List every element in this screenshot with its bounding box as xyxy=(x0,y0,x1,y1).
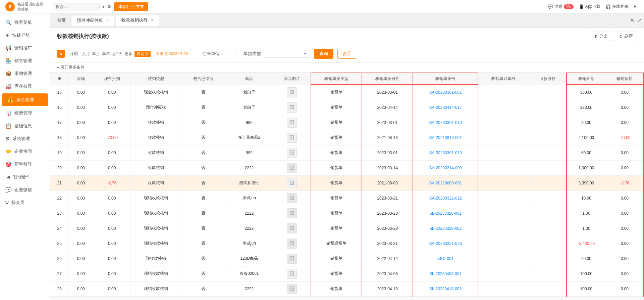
app-download-btn[interactable]: 📱 App下载 xyxy=(579,4,600,9)
cell-product-img: 🖼 xyxy=(273,130,311,145)
sidebar-item-0[interactable]: 🔍搜索菜单 xyxy=(0,16,50,29)
sidebar-item-3[interactable]: 🏪销售管理 xyxy=(0,54,50,67)
query-btn[interactable]: 查询 xyxy=(314,49,333,59)
bill-type-select[interactable] xyxy=(263,50,310,58)
message-btn[interactable]: 💬 消息 99+ xyxy=(548,4,574,9)
cell-id: 27 xyxy=(50,266,69,281)
table-row: 16 0.00 0.00 预付冲应收 否 老白干 🖼 销货单 2023-04-1… xyxy=(50,100,644,115)
sidebar-item-13[interactable]: 💬企业微信 xyxy=(0,183,50,196)
sidebar-item-4[interactable]: 📦采购管理 xyxy=(0,67,50,80)
user-name: Rit xyxy=(634,4,639,9)
cell-include-settled: 否 xyxy=(181,145,225,160)
col-settings-header[interactable]: ⚙ xyxy=(50,73,69,85)
tab-close-prepay[interactable]: × xyxy=(106,18,109,23)
tab-writeoff[interactable]: 收款核销执行 × xyxy=(116,15,159,26)
cell-writeoff-billno[interactable]: SL-20230328-001 xyxy=(413,206,478,221)
cell-product: 2222 xyxy=(225,281,273,296)
date-more[interactable]: 更多 xyxy=(124,51,132,57)
cell-writeoff-date: 2023-04-08 xyxy=(362,266,413,281)
expand-conditions-btn[interactable]: ▾ 展开更多条件 xyxy=(57,65,85,70)
cell-writeoff-billno[interactable]: SL-20230408-001 xyxy=(413,266,478,281)
tab-home[interactable]: 首页 xyxy=(53,15,70,26)
cell-cash-discount: -70.00 xyxy=(93,130,131,145)
cell-writeoff-billno[interactable]: SA-20230331-026 xyxy=(413,236,478,251)
cell-writeoff-billno[interactable]: SL-20230328-002 xyxy=(413,221,478,236)
refresh-icon: ↻ xyxy=(619,34,623,39)
cell-writeoff-billno[interactable]: SA-20210808-001 xyxy=(413,175,478,190)
data-table: ⚙ 余额 现金折扣 核销类型 包含已结清 商品 商品图片 核销单据类型 核销单据… xyxy=(50,73,644,297)
sidebar-icon-11: 🎯 xyxy=(5,161,12,167)
sidebar-item-14[interactable]: V畅会员 xyxy=(0,196,50,209)
cell-include-settled: 否 xyxy=(181,115,225,130)
cell-product-img: 🖼 xyxy=(273,236,311,251)
maximize-btn[interactable]: ⤢ xyxy=(637,17,641,24)
date-custom-btn[interactable]: 自定义 xyxy=(135,51,151,57)
product-img: 🖼 xyxy=(287,118,297,128)
cell-writeoff-billno[interactable]: SA-20210813-001 xyxy=(413,130,478,145)
cell-product: 测试jun xyxy=(225,236,273,251)
cell-cash-discount: 0.00 xyxy=(93,190,131,206)
sidebar-item-11[interactable]: 🎯新手引导 xyxy=(0,158,50,171)
sidebar-item-12[interactable]: 🖥智能硬件 xyxy=(0,171,50,183)
industry-btn[interactable]: 体验行业方案 xyxy=(114,2,148,11)
online-service-btn[interactable]: 🎧 在线客服 xyxy=(606,4,628,9)
cell-id: 25 xyxy=(50,236,69,251)
cell-id: 15 xyxy=(50,85,69,100)
cell-writeoff-billno[interactable]: SA-20230301-010 xyxy=(413,145,478,160)
user-account[interactable]: Rit xyxy=(634,4,639,9)
settings-btn[interactable]: 设置 xyxy=(337,49,356,59)
cell-writeoff-billno[interactable]: SA-20230301-001 xyxy=(413,85,478,100)
cell-writeoff-bill-type: 销货单 xyxy=(311,190,362,206)
cell-writeoff-type: 现结收款核销 xyxy=(131,221,181,236)
filter-toggle-btn[interactable]: » xyxy=(57,50,65,58)
gear-settings-icon[interactable]: ⚙ xyxy=(107,4,111,9)
dropdown-icon[interactable]: ▾ xyxy=(102,4,105,9)
date-prev-month[interactable]: 上月 xyxy=(82,51,90,57)
cell-id: 24 xyxy=(50,221,69,236)
date-7days[interactable]: 近7天 xyxy=(112,51,122,57)
sidebar-item-6[interactable]: 💰资金管理 xyxy=(2,93,48,106)
cell-balance: 0.00 xyxy=(69,281,93,296)
col-cash-discount-header: 现金折扣 xyxy=(93,73,131,85)
tab-prepay[interactable]: 预付冲应付单 × xyxy=(71,15,114,26)
sidebar-item-1[interactable]: ⊞快捷导航 xyxy=(0,29,50,42)
sidebar-item-5[interactable]: 🏭库存核算 xyxy=(0,80,50,93)
sidebar-icon-13: 💬 xyxy=(5,187,12,193)
cell-writeoff-billno[interactable]: SL-20230418-001 xyxy=(413,281,478,296)
cell-product-img: 🖼 xyxy=(273,251,311,266)
cell-receipt-condition xyxy=(529,190,567,206)
close-tab-btn[interactable]: ✕ xyxy=(630,17,634,24)
cell-writeoff-date: 2023-03-21 xyxy=(362,190,413,206)
tab-close-writeoff[interactable]: × xyxy=(151,18,153,23)
sidebar-item-10[interactable]: 🤝企业协同 xyxy=(0,145,50,158)
cell-writeoff-amount: -2,430.00 xyxy=(567,236,606,251)
cell-writeoff-bill-type: 销货单 xyxy=(311,175,362,190)
cell-writeoff-discount: 0.00 xyxy=(606,251,644,266)
cell-writeoff-billno[interactable]: ABC-001 xyxy=(413,251,478,266)
cell-writeoff-billno[interactable]: SA-20230414-017 xyxy=(413,100,478,115)
cell-writeoff-amount: 60.00 xyxy=(567,145,606,160)
search-input[interactable] xyxy=(53,3,100,10)
refresh-btn[interactable]: ↻ 刷新 xyxy=(615,32,637,41)
export-btn[interactable]: ⬆ 导出 xyxy=(590,32,612,41)
product-img: 🖼 xyxy=(287,223,297,233)
cell-writeoff-billno[interactable]: SA-20230314-008 xyxy=(413,160,478,175)
cell-id: 22 xyxy=(50,190,69,206)
cell-balance: 0.00 xyxy=(69,115,93,130)
date-curr-year[interactable]: 本年 xyxy=(102,51,110,57)
cell-writeoff-billno[interactable]: SA-20230321-012 xyxy=(413,190,478,206)
sidebar-item-7[interactable]: 📊经营管理 xyxy=(0,107,50,120)
cell-receipt-condition xyxy=(529,281,567,296)
sidebar-item-9[interactable]: ⚙系统管理 xyxy=(0,132,50,145)
sidebar-label-12: 智能硬件 xyxy=(13,174,31,180)
col-writeoff-discount-header: 核销折扣 xyxy=(606,73,644,85)
date-curr-month[interactable]: 本月 xyxy=(92,51,100,57)
sidebar-label-6: 资金管理 xyxy=(16,97,34,103)
cell-writeoff-date: 2023-03-31 xyxy=(362,236,413,251)
cell-writeoff-billno[interactable]: SA-20230301-010 xyxy=(413,115,478,130)
sidebar-item-2[interactable]: 📢营销推广 xyxy=(0,42,50,54)
cell-writeoff-type: 现金收款核销 xyxy=(131,85,181,100)
cell-product-img: 🖼 xyxy=(273,221,311,236)
cell-receipt-order xyxy=(478,85,529,100)
sidebar-item-8[interactable]: 📋基础信息 xyxy=(0,120,50,132)
